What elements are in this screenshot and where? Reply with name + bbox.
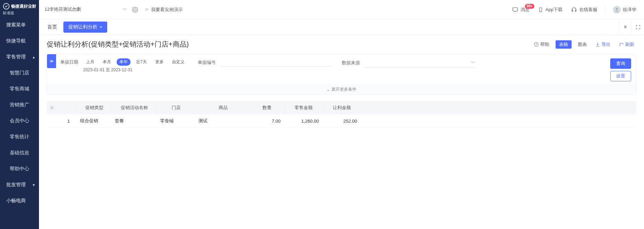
sidebar-item-label: 小畅电商 xyxy=(6,198,26,204)
refresh-label: 刷新 xyxy=(625,41,634,48)
cell-promo-type: 组合促销 xyxy=(77,114,111,128)
export-icon xyxy=(595,42,600,47)
chevron-down-icon: ﹀ xyxy=(471,60,475,66)
view-chart-button[interactable]: 图表 xyxy=(576,41,589,48)
cell-discount: 252.00 xyxy=(324,114,362,128)
messages-badge: 99+ xyxy=(525,4,534,9)
sidebar-item-11[interactable]: 小畅电商 xyxy=(0,193,39,209)
query-button[interactable]: 查询 xyxy=(610,58,631,69)
page-header: 促销让利分析(促销类型+促销活动+门店+商品) ? 帮助 表格 图表 导出 刷新 xyxy=(39,35,644,52)
filter-actions: 查询 设置 xyxy=(610,58,631,81)
sidebar-item-4[interactable]: 零售商城 xyxy=(0,81,39,97)
sidebar-item-8[interactable]: 基础信息 xyxy=(0,145,39,161)
sidebar-item-9[interactable]: 帮助中心 xyxy=(0,161,39,177)
fullscreen-button[interactable] xyxy=(631,21,644,33)
sidebar-item-label: 批发管理 xyxy=(6,182,26,188)
app-download-button[interactable]: App下载 xyxy=(535,7,565,13)
app-download-label: App下载 xyxy=(545,7,563,13)
messages-button[interactable]: 消息 99+ xyxy=(509,7,532,13)
sidebar-item-label: 营销推广 xyxy=(10,102,29,108)
date-chip-0[interactable]: 上月 xyxy=(83,58,97,66)
sidebar-item-3[interactable]: 智慧门店 xyxy=(0,65,39,81)
results-table-wrap: 促销类型 促销活动名称 门店 商品 数量 零售金额 让利金额 1组合促销套餐零食… xyxy=(47,101,636,128)
cell-qty: 7.00 xyxy=(251,114,285,128)
date-chip-1[interactable]: 本月 xyxy=(100,58,114,66)
help-button[interactable]: ? 帮助 xyxy=(532,41,551,48)
hand-icon: ☞ xyxy=(145,7,149,12)
gear-icon xyxy=(49,105,54,110)
row-gear-cell xyxy=(47,114,61,128)
support-label: 在线客服 xyxy=(579,7,597,13)
brand-block: 畅捷通好业财 标准版 xyxy=(0,0,39,17)
sidebar-item-10[interactable]: 批发管理▼ xyxy=(0,177,39,193)
table-settings-header[interactable] xyxy=(47,101,61,114)
sidebar-item-label: 零售商城 xyxy=(10,86,29,92)
date-chip-3[interactable]: 近7天 xyxy=(133,58,150,66)
refresh-icon xyxy=(619,42,624,47)
caret-down-icon: ▼ xyxy=(32,183,36,187)
table-row[interactable]: 1组合促销套餐零食铺测试7.001,260.00252.00 xyxy=(47,114,636,128)
org-selector[interactable]: 12李艳芬测试勿删 ﹀ xyxy=(44,5,127,14)
date-chip-5[interactable]: 自定义 xyxy=(169,58,187,66)
view-table-button[interactable]: 表格 xyxy=(556,40,572,49)
col-index xyxy=(61,101,77,114)
close-icon: ✕ xyxy=(623,24,627,30)
sidebar-item-label: 快捷导航 xyxy=(6,38,26,44)
org-settings-button[interactable] xyxy=(130,5,140,15)
filter-collapse-toggle[interactable]: ≫ xyxy=(47,54,56,68)
help-label: 帮助 xyxy=(540,41,549,48)
fullscreen-icon xyxy=(635,24,641,30)
help-icon: ? xyxy=(534,42,539,47)
date-chips: 上月本月本年近7天更多自定义 xyxy=(83,58,187,66)
filter-settings-button[interactable]: 设置 xyxy=(610,71,631,81)
col-promo-type: 促销类型 xyxy=(77,101,111,114)
refresh-button[interactable]: 刷新 xyxy=(617,41,636,48)
sidebar-item-5[interactable]: 营销推广 xyxy=(0,97,39,113)
sidebar-item-0[interactable]: 搜索菜单 xyxy=(0,17,39,33)
chevron-right-icon: ≫ xyxy=(49,59,54,64)
svg-text:?: ? xyxy=(536,43,537,46)
sidebar-item-label: 基础信息 xyxy=(10,150,29,156)
page-title: 促销让利分析(促销类型+促销活动+门店+商品) xyxy=(47,40,189,49)
demo-link[interactable]: ☞ 我要看实例演示 xyxy=(145,7,183,13)
cell-activity: 套餐 xyxy=(111,114,157,128)
filter-panel: ≫ 单据日期 上月本月本年近7天更多自定义 2023-01-01 至 2023-… xyxy=(47,54,636,95)
view-chart-label: 图表 xyxy=(578,41,587,48)
sidebar-item-label: 搜索菜单 xyxy=(6,22,26,28)
user-menu[interactable]: 徐泽华 xyxy=(610,6,639,14)
row-index: 1 xyxy=(61,114,77,128)
tabs-close-button[interactable]: ✕ xyxy=(619,21,631,33)
topbar: 12李艳芬测试勿删 ﹀ ☞ 我要看实例演示 消息 99+ App下载 xyxy=(39,0,644,19)
sidebar-item-7[interactable]: 零售统计 xyxy=(0,129,39,145)
col-qty: 数量 xyxy=(251,101,285,114)
doc-no-input[interactable] xyxy=(220,58,331,67)
sidebar-item-label: 帮助中心 xyxy=(10,166,29,172)
tab-0[interactable]: 首页 xyxy=(42,22,62,33)
cell-product: 测试 xyxy=(195,114,251,128)
date-range-text: 2023-01-01 至 2023-12-31 xyxy=(83,67,187,73)
export-label: 导出 xyxy=(602,41,611,48)
export-button[interactable]: 导出 xyxy=(593,41,613,48)
user-name: 徐泽华 xyxy=(623,7,636,13)
col-spacer xyxy=(362,101,636,114)
brand-name: 畅捷通好业财 xyxy=(11,3,36,9)
double-chevron-down-icon: ⌄ xyxy=(327,87,330,92)
org-selector-label: 12李艳芬测试勿删 xyxy=(45,6,81,13)
sidebar-item-2[interactable]: 零售管理▲ xyxy=(0,49,39,65)
col-product: 商品 xyxy=(195,101,251,114)
sidebar-item-6[interactable]: 会员中心 xyxy=(0,113,39,129)
tab-label: 促销让利分析 xyxy=(68,24,97,30)
date-chip-2[interactable]: 本年 xyxy=(117,58,131,66)
sidebar-item-1[interactable]: 快捷导航 xyxy=(0,33,39,49)
tab-1[interactable]: 促销让利分析× xyxy=(63,22,107,33)
support-button[interactable]: 在线客服 xyxy=(568,7,600,13)
chat-icon xyxy=(512,7,518,13)
date-chip-4[interactable]: 更多 xyxy=(152,58,166,66)
col-store: 门店 xyxy=(157,101,195,114)
data-source-select[interactable]: ﹀ xyxy=(364,58,476,67)
gear-icon xyxy=(132,7,138,13)
main-area: 12李艳芬测试勿删 ﹀ ☞ 我要看实例演示 消息 99+ App下载 xyxy=(39,0,644,229)
phone-icon xyxy=(538,7,543,13)
expand-filters-button[interactable]: ⌄ 展开更多条件 xyxy=(47,84,636,95)
close-icon[interactable]: × xyxy=(100,24,102,30)
